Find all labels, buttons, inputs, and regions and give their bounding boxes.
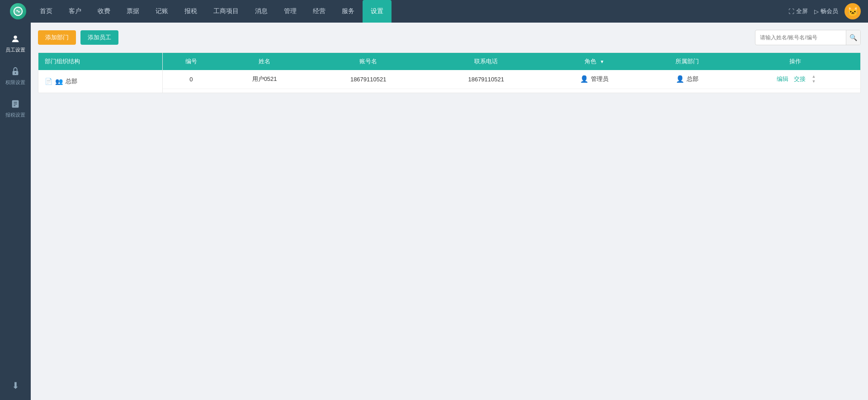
dept-tree-item-root[interactable]: 📄 👥 总部	[45, 75, 156, 88]
nav-home[interactable]: 首页	[32, 0, 61, 23]
col-phone: 联系电话	[427, 53, 545, 70]
emp-table: 编号 姓名 账号名 联系电话 角色 ▼ 所属部门 操作	[163, 53, 860, 89]
cell-name: 用户0521	[220, 70, 310, 89]
avatar[interactable]: 🐱	[844, 3, 861, 19]
sidebar: 员工设置 权限设置 报税设置	[0, 23, 31, 400]
cell-account: 18679110521	[309, 70, 427, 89]
role-label: 管理员	[591, 75, 609, 83]
row-down-icon[interactable]: ▼	[811, 80, 816, 84]
nav-account[interactable]: 记账	[147, 0, 176, 23]
sidebar-download-icon[interactable]: ⬇	[7, 376, 24, 395]
cell-role: 👤 管理员	[545, 70, 644, 89]
add-emp-button[interactable]: 添加员工	[80, 30, 118, 45]
main-layout: 员工设置 权限设置 报税设置	[0, 23, 868, 400]
nav-business[interactable]: 工商项目	[205, 0, 247, 23]
search-icon: 🔍	[849, 34, 857, 41]
cell-id: 0	[163, 70, 220, 89]
svg-point-0	[14, 36, 17, 39]
member-icon: ▷	[814, 8, 819, 15]
logo	[5, 3, 32, 19]
emp-table-wrap: 编号 姓名 账号名 联系电话 角色 ▼ 所属部门 操作	[163, 53, 860, 93]
scroll-ctrl-inline: ▲ ▼	[811, 75, 816, 84]
sidebar-item-permission[interactable]: 权限设置	[0, 60, 31, 92]
nav-right: ⛶ 全屏 ▷ 畅会员 🐱	[788, 3, 868, 19]
dept-file-icon: 📄	[45, 78, 52, 85]
lock-icon	[10, 66, 21, 77]
nav-fee[interactable]: 收费	[90, 0, 118, 23]
dept-tree-body: 📄 👥 总部	[38, 70, 162, 93]
col-role[interactable]: 角色 ▼	[545, 53, 644, 70]
sidebar-permission-label: 权限设置	[5, 79, 25, 86]
col-dept: 所属部门	[644, 53, 730, 70]
nav-operation[interactable]: 经营	[305, 0, 334, 23]
member-button[interactable]: ▷ 畅会员	[814, 7, 838, 15]
search-input[interactable]	[755, 32, 846, 43]
fullscreen-label: 全屏	[796, 7, 808, 15]
member-label: 畅会员	[821, 7, 838, 15]
role-user-icon: 👤	[580, 75, 589, 83]
sidebar-bottom: ⬇	[0, 376, 31, 400]
nav-settings[interactable]: 设置	[363, 0, 392, 23]
cell-phone: 18679110521	[427, 70, 545, 89]
col-name: 姓名	[220, 53, 310, 70]
nav-manage[interactable]: 管理	[276, 0, 305, 23]
col-action: 操作	[731, 53, 860, 70]
role-filter-icon: ▼	[600, 59, 604, 64]
dept-name: 总部	[66, 77, 77, 85]
table-body: 0 用户0521 18679110521 18679110521 👤 管理员	[163, 70, 860, 89]
dept-user-icon: 👤	[676, 75, 684, 83]
svg-point-2	[15, 72, 16, 74]
add-dept-button[interactable]: 添加部门	[38, 30, 76, 45]
search-box: 🔍	[755, 30, 861, 45]
nav-service[interactable]: 服务	[334, 0, 363, 23]
fullscreen-button[interactable]: ⛶ 全屏	[788, 7, 808, 15]
nav-customer[interactable]: 客户	[61, 0, 90, 23]
logo-icon	[10, 3, 26, 19]
content-area: 添加部门 添加员工 🔍 部门组织结构 📄 👥 总部	[31, 23, 868, 400]
cell-actions: 编辑 交接 ▲ ▼	[731, 70, 860, 89]
dept-label: 总部	[687, 75, 698, 83]
nav-bill[interactable]: 票据	[118, 0, 147, 23]
sidebar-item-employee[interactable]: 员工设置	[0, 27, 31, 60]
fullscreen-icon: ⛶	[788, 8, 794, 15]
col-account: 账号名	[309, 53, 427, 70]
tax-settings-icon	[10, 99, 21, 109]
cell-dept: 👤 总部	[644, 70, 730, 89]
sidebar-item-taxsettings[interactable]: 报税设置	[0, 92, 31, 125]
dept-tree: 部门组织结构 📄 👥 总部	[38, 53, 163, 93]
nav-tax[interactable]: 报税	[176, 0, 205, 23]
dept-tree-header: 部门组织结构	[38, 53, 162, 70]
nav-message[interactable]: 消息	[247, 0, 276, 23]
transfer-link[interactable]: 交接	[794, 75, 806, 82]
row-up-icon[interactable]: ▲	[811, 75, 816, 79]
toolbar: 添加部门 添加员工 🔍	[38, 30, 861, 45]
col-id: 编号	[163, 53, 220, 70]
sidebar-employee-label: 员工设置	[5, 47, 25, 53]
edit-link[interactable]: 编辑	[777, 75, 788, 82]
table-header: 编号 姓名 账号名 联系电话 角色 ▼ 所属部门 操作	[163, 53, 860, 70]
main-panel: 部门组织结构 📄 👥 总部 编号 姓名 账号名	[38, 52, 861, 93]
top-nav: 首页 客户 收费 票据 记账 报税 工商项目 消息 管理 经营 服务 设置 ⛶ …	[0, 0, 868, 23]
dept-user-icon: 👥	[55, 78, 63, 85]
sidebar-taxsettings-label: 报税设置	[5, 112, 25, 118]
table-row: 0 用户0521 18679110521 18679110521 👤 管理员	[163, 70, 860, 89]
search-button[interactable]: 🔍	[846, 30, 860, 45]
employee-icon	[10, 33, 21, 44]
nav-items: 首页 客户 收费 票据 记账 报税 工商项目 消息 管理 经营 服务 设置	[32, 0, 788, 23]
